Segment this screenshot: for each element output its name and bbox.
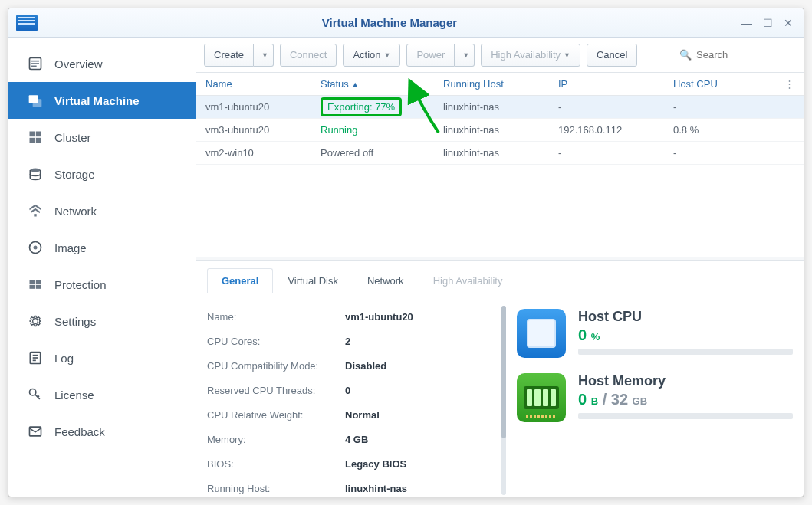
chevron-down-icon: ▼ [462, 51, 469, 59]
action-button[interactable]: Action▼ [343, 44, 400, 67]
svg-rect-15 [36, 280, 41, 284]
cancel-button[interactable]: Cancel [587, 44, 637, 67]
sidebar-item-label: Storage [54, 168, 95, 181]
stat-value: 0 B / 32 GB [578, 391, 793, 408]
sidebar-item-label: Cluster [54, 131, 91, 144]
host-memory-stat: Host Memory 0 B / 32 GB [517, 373, 793, 422]
tab-network[interactable]: Network [353, 268, 419, 293]
svg-rect-8 [30, 138, 35, 143]
property-row: CPU Cores:2 [207, 329, 491, 353]
property-row: Memory:4 GB [207, 427, 491, 451]
vm-table: Name Status▲ Running Host IP Host CPU ⋮ … [196, 73, 804, 257]
property-row: Reserved CPU Threads:0 [207, 378, 491, 402]
connect-button[interactable]: Connect [280, 44, 337, 67]
sidebar-item-virtual-machine[interactable]: Virtual Machine [8, 82, 196, 119]
tab-high-availability[interactable]: High Availability [419, 268, 518, 293]
status-highlight: Exporting: 77% [321, 97, 402, 116]
sidebar-item-license[interactable]: License [8, 376, 196, 413]
high-availability-button[interactable]: High Availability▼ [481, 44, 580, 67]
tab-general[interactable]: General [207, 268, 273, 293]
cpu-icon [517, 309, 566, 358]
sidebar-item-network[interactable]: Network [8, 192, 196, 229]
key-icon [27, 386, 44, 403]
mail-icon [27, 423, 44, 440]
stat-bar [578, 349, 793, 355]
property-row: BIOS:Legacy BIOS [207, 451, 491, 476]
detail-stats: Host CPU 0 % Host Memory 0 B [517, 304, 793, 497]
minimize-button[interactable]: — [741, 17, 752, 29]
cell-host: linuxhint-nas [443, 147, 558, 159]
power-dropdown[interactable]: ▼ [455, 44, 475, 67]
create-button[interactable]: Create [204, 44, 254, 67]
gear-icon [27, 313, 44, 330]
detail-properties: Name:vm1-ubuntu20 CPU Cores:2 CPU Compat… [207, 304, 491, 497]
table-row[interactable]: vm1-ubuntu20 Exporting: 77% linuxhint-na… [196, 96, 804, 119]
sidebar-item-label: Image [54, 241, 87, 254]
create-dropdown[interactable]: ▼ [254, 44, 274, 67]
sidebar-item-label: License [54, 389, 94, 402]
property-row: Running Host:linuxhint-nas [207, 476, 491, 497]
host-cpu-stat: Host CPU 0 % [517, 309, 793, 358]
power-button[interactable]: Power [406, 44, 455, 67]
svg-rect-3 [31, 66, 37, 67]
svg-point-10 [30, 169, 40, 172]
sidebar-item-image[interactable]: Image [8, 229, 196, 266]
sidebar-item-feedback[interactable]: Feedback [8, 413, 196, 450]
cluster-icon [27, 129, 44, 146]
chevron-down-icon: ▼ [564, 51, 570, 59]
sidebar-item-label: Feedback [54, 425, 105, 438]
th-host[interactable]: Running Host [443, 78, 558, 90]
svg-rect-5 [33, 99, 42, 107]
property-row: CPU Compatibility Mode:Disabled [207, 353, 491, 378]
table-row[interactable]: vm2-win10 Powered off linuxhint-nas - - [196, 142, 804, 165]
title-bar: Virtual Machine Manager — ☐ ✕ [8, 8, 804, 38]
scrollbar[interactable] [501, 306, 506, 495]
window-title: Virtual Machine Manager [38, 16, 741, 29]
sidebar-item-cluster[interactable]: Cluster [8, 119, 196, 156]
close-button[interactable]: ✕ [784, 17, 793, 29]
svg-rect-14 [30, 280, 35, 284]
stat-bar [578, 413, 793, 419]
annotation-arrow [408, 79, 446, 140]
cell-host: linuxhint-nas [443, 101, 558, 113]
sidebar-item-overview[interactable]: Overview [8, 45, 196, 82]
sidebar-item-protection[interactable]: Protection [8, 266, 196, 303]
toolbar: Create ▼ Connect Action▼ Power ▼ High Av… [196, 38, 804, 73]
sidebar-item-log[interactable]: Log [8, 339, 196, 376]
th-name[interactable]: Name [205, 78, 321, 90]
protection-icon [27, 276, 44, 293]
th-ip[interactable]: IP [558, 78, 673, 90]
maximize-button[interactable]: ☐ [763, 17, 773, 29]
sidebar-item-label: Settings [54, 315, 96, 328]
svg-rect-6 [30, 132, 35, 137]
tab-virtual-disk[interactable]: Virtual Disk [273, 268, 353, 293]
sidebar-item-settings[interactable]: Settings [8, 303, 196, 339]
stat-value: 0 % [578, 326, 793, 344]
cell-name: vm1-ubuntu20 [205, 101, 321, 113]
table-row[interactable]: vm3-ubuntu20 Running linuxhint-nas 192.1… [196, 119, 804, 142]
svg-point-13 [34, 246, 38, 250]
vm-icon [27, 92, 44, 109]
svg-rect-9 [36, 138, 41, 143]
cell-cpu: 0.8 % [673, 124, 779, 136]
cell-name: vm2-win10 [205, 147, 321, 159]
th-cpu[interactable]: Host CPU [673, 78, 779, 90]
svg-rect-11 [34, 214, 36, 216]
sidebar: Overview Virtual Machine Cluster Storage… [8, 38, 196, 497]
search-input[interactable] [696, 49, 796, 61]
cell-ip: 192.168.0.112 [558, 124, 673, 136]
table-header: Name Status▲ Running Host IP Host CPU ⋮ [196, 73, 804, 96]
sort-asc-icon: ▲ [352, 80, 359, 88]
detail-tabs: General Virtual Disk Network High Availa… [196, 261, 804, 293]
sidebar-item-label: Protection [54, 278, 107, 291]
sidebar-item-label: Network [54, 205, 97, 218]
column-options[interactable]: ⋮ [779, 78, 794, 90]
sidebar-item-storage[interactable]: Storage [8, 156, 196, 192]
stat-title: Host Memory [578, 373, 793, 389]
svg-rect-17 [36, 285, 41, 289]
cell-ip: - [558, 101, 673, 113]
cell-ip: - [558, 147, 673, 159]
property-row: CPU Relative Weight:Normal [207, 402, 491, 427]
svg-rect-16 [30, 285, 35, 289]
svg-rect-1 [31, 61, 39, 62]
